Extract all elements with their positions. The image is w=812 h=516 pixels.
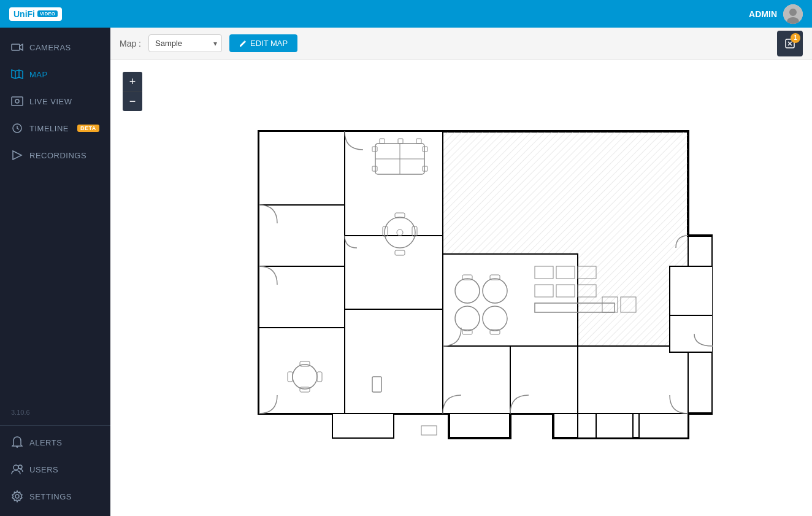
sidebar: CAMERAS MAP bbox=[0, 28, 110, 516]
svg-rect-24 bbox=[259, 205, 345, 266]
notification-button[interactable]: 1 bbox=[777, 31, 803, 56]
svg-rect-23 bbox=[259, 131, 345, 205]
svg-rect-25 bbox=[259, 266, 345, 328]
camera-icon bbox=[11, 41, 23, 53]
sidebar-item-settings[interactable]: SETTINGS bbox=[0, 483, 110, 510]
svg-rect-31 bbox=[443, 346, 510, 414]
logo-video-badge: VIDEO bbox=[37, 10, 58, 17]
svg-rect-39 bbox=[670, 315, 713, 352]
avatar[interactable] bbox=[783, 4, 803, 24]
sidebar-nav: CAMERAS MAP bbox=[0, 34, 110, 402]
svg-rect-37 bbox=[596, 414, 633, 438]
svg-marker-5 bbox=[12, 70, 23, 79]
svg-rect-29 bbox=[345, 309, 443, 414]
svg-rect-79 bbox=[421, 426, 437, 435]
timeline-icon bbox=[11, 122, 23, 134]
svg-point-15 bbox=[18, 465, 22, 469]
sidebar-item-recordings-label: RECORDINGS bbox=[29, 151, 86, 160]
map-toolbar: Map : Sample EDIT MAP bbox=[110, 28, 812, 60]
settings-icon bbox=[11, 490, 23, 503]
svg-point-14 bbox=[13, 465, 18, 470]
svg-rect-33 bbox=[578, 346, 688, 414]
sidebar-item-users-label: USERS bbox=[29, 465, 58, 474]
sidebar-item-recordings[interactable]: RECORDINGS bbox=[0, 142, 110, 169]
sidebar-item-liveview-label: LIVE VIEW bbox=[29, 97, 72, 106]
svg-rect-38 bbox=[670, 266, 713, 315]
map-select[interactable]: Sample bbox=[148, 34, 222, 52]
beta-badge: BETA bbox=[77, 125, 99, 132]
svg-rect-27 bbox=[345, 131, 443, 236]
users-icon bbox=[11, 463, 23, 476]
sidebar-bottom: ALERTS USERS bbox=[0, 429, 110, 516]
zoom-in-button[interactable]: + bbox=[123, 72, 142, 91]
content: Map : Sample EDIT MAP bbox=[110, 28, 812, 516]
sidebar-item-timeline-label: TIMELINE bbox=[29, 124, 69, 133]
svg-marker-11 bbox=[13, 151, 21, 160]
svg-rect-8 bbox=[12, 97, 23, 106]
alerts-icon bbox=[11, 436, 23, 449]
sidebar-item-alerts-label: ALERTS bbox=[29, 438, 62, 447]
map-content[interactable]: + − bbox=[110, 60, 812, 516]
floorplan-svg bbox=[210, 113, 713, 463]
sidebar-item-liveview[interactable]: LIVE VIEW bbox=[0, 88, 110, 115]
version-label: 3.10.6 bbox=[0, 402, 110, 422]
logo-box: UniFi VIDEO bbox=[9, 7, 62, 21]
header: UniFi VIDEO ADMIN bbox=[0, 0, 812, 28]
map-label: Map : bbox=[120, 39, 141, 48]
floorplan-container bbox=[110, 60, 812, 516]
map-controls: + − bbox=[123, 72, 142, 111]
logo: UniFi VIDEO bbox=[9, 7, 62, 21]
map-icon bbox=[11, 68, 23, 80]
svg-rect-32 bbox=[510, 346, 578, 414]
sidebar-item-cameras-label: CAMERAS bbox=[29, 43, 71, 52]
map-select-wrapper: Sample bbox=[148, 34, 222, 52]
header-right: ADMIN bbox=[749, 4, 803, 24]
svg-rect-26 bbox=[259, 328, 345, 414]
main-container: CAMERAS MAP bbox=[0, 28, 812, 516]
sidebar-item-timeline[interactable]: TIMELINE BETA bbox=[0, 115, 110, 142]
toolbar-right: 1 bbox=[777, 31, 803, 56]
liveview-icon bbox=[11, 95, 23, 107]
edit-map-button[interactable]: EDIT MAP bbox=[229, 34, 297, 52]
svg-rect-35 bbox=[639, 414, 688, 438]
admin-label: ADMIN bbox=[749, 9, 777, 19]
sidebar-item-cameras[interactable]: CAMERAS bbox=[0, 34, 110, 61]
logo-unifi-text: UniFi bbox=[13, 9, 35, 19]
sidebar-item-users[interactable]: USERS bbox=[0, 456, 110, 483]
sidebar-item-map[interactable]: MAP bbox=[0, 61, 110, 88]
edit-icon bbox=[239, 40, 247, 47]
sidebar-item-map-label: MAP bbox=[29, 70, 48, 79]
svg-point-9 bbox=[15, 99, 19, 103]
edit-map-label: EDIT MAP bbox=[250, 39, 288, 48]
svg-rect-3 bbox=[12, 44, 20, 50]
recordings-icon bbox=[11, 149, 23, 161]
sidebar-item-alerts[interactable]: ALERTS bbox=[0, 429, 110, 456]
sidebar-item-settings-label: SETTINGS bbox=[29, 492, 72, 501]
svg-rect-36 bbox=[332, 414, 394, 438]
avatar-icon bbox=[783, 4, 803, 24]
zoom-out-button[interactable]: − bbox=[123, 91, 142, 111]
svg-point-16 bbox=[15, 495, 19, 498]
notification-badge: 1 bbox=[791, 33, 800, 43]
svg-point-1 bbox=[789, 9, 797, 16]
sidebar-divider bbox=[0, 425, 110, 426]
